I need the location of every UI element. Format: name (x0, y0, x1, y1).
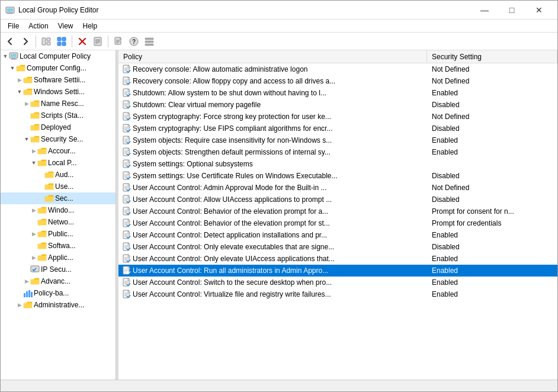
policy-row-5[interactable]: System cryptography: Force strong key pr… (118, 111, 557, 123)
properties-button[interactable] (91, 34, 105, 49)
policy-row-2[interactable]: Recovery console: Allow floppy copy and … (118, 75, 557, 87)
close-button[interactable]: ✕ (525, 1, 553, 20)
tree-node-ip-security[interactable]: ▶ IP Secu... (1, 264, 116, 275)
policy-column-header[interactable]: Policy (118, 50, 427, 63)
policy-row-3[interactable]: Shutdown: Allow system to be shut down w… (118, 87, 557, 99)
policy-row-19[interactable]: User Account Control: Switch to the secu… (118, 277, 557, 288)
policy-row-9[interactable]: System settings: Optional subsystems (118, 158, 557, 170)
tree-node-account-policies[interactable]: ▶ Accour... (1, 145, 116, 157)
policy-row-17[interactable]: User Account Control: Only elevate UIAcc… (118, 253, 557, 265)
tree-toggle[interactable]: ▶ (30, 254, 37, 261)
policy-row-16[interactable]: User Account Control: Only elevate execu… (118, 241, 557, 253)
view-settings-button[interactable] (142, 34, 156, 49)
policy-row-8[interactable]: System objects: Strengthen default permi… (118, 146, 557, 158)
policy-row-7[interactable]: System objects: Require case insensitivi… (118, 134, 557, 146)
policy-row-14[interactable]: User Account Control: Behavior of the el… (118, 217, 557, 229)
open-extension-button[interactable] (54, 34, 69, 49)
policy-row-18-selected[interactable]: User Account Control: Run all administra… (118, 265, 557, 277)
maximize-button[interactable]: □ (498, 1, 525, 20)
setting-text: Prompt for consent for n... (427, 207, 557, 216)
policy-text: System settings: Optional subsystems (133, 160, 427, 168)
tree-toggle[interactable]: ▶ (16, 76, 23, 83)
delete-button[interactable] (75, 34, 89, 49)
policy-text: Shutdown: Clear virtual memory pagefile (133, 101, 427, 109)
policy-icon (121, 265, 133, 277)
tree-node-windows-firewall[interactable]: ▶ Windo... (1, 204, 116, 216)
tree-toggle[interactable]: ▶ (23, 100, 30, 107)
tree-node-local-computer-policy[interactable]: ▼ Local Computer Policy (1, 50, 116, 62)
folder-icon (44, 170, 54, 179)
folder-icon (37, 146, 47, 156)
menu-view[interactable]: View (53, 21, 78, 31)
policy-text: System objects: Strengthen default permi… (133, 148, 427, 156)
back-button[interactable] (3, 34, 17, 49)
security-setting-column-header[interactable]: Security Setting (427, 50, 557, 63)
tree-toggle[interactable]: ▶ (23, 278, 30, 285)
tree-node-scripts[interactable]: ▶ Scripts (Sta... (1, 110, 116, 121)
show-hide-tree-button[interactable] (39, 34, 53, 49)
menu-action[interactable]: Action (24, 21, 53, 31)
tree-label: Computer Config... (27, 64, 86, 72)
tree-node-software-settings[interactable]: ▶ Software Settii... (1, 74, 116, 86)
tree-toggle: ▶ (37, 195, 44, 202)
tree-label: Name Resc... (41, 99, 84, 108)
minimize-button[interactable]: — (471, 1, 498, 20)
tree-node-audit-policy[interactable]: ▶ Aud... (1, 169, 116, 181)
tree-node-application-control[interactable]: ▶ Applic... (1, 252, 116, 264)
policy-row-20[interactable]: User Account Control: Virtualize file an… (118, 288, 557, 300)
tree-node-advanced-audit[interactable]: ▶ Advanc... (1, 275, 116, 287)
tree-node-local-policies[interactable]: ▼ Local P... (1, 157, 116, 169)
tree-label: Softwa... (48, 242, 76, 250)
tree-toggle[interactable]: ▶ (16, 301, 23, 309)
policy-row-15[interactable]: User Account Control: Detect application… (118, 229, 557, 241)
tree-node-software-restriction[interactable]: ▶ Softwa... (1, 240, 116, 252)
tree-toggle[interactable]: ▶ (30, 207, 37, 214)
tree-node-public-key[interactable]: ▶ Public... (1, 228, 116, 240)
policy-row-6[interactable]: System cryptography: Use FIPS compliant … (118, 123, 557, 134)
help-button[interactable]: ? (127, 34, 141, 49)
tree-node-security-settings[interactable]: ▼ Security Se... (1, 133, 116, 145)
policy-row-1[interactable]: Recovery console: Allow automatic admini… (118, 63, 557, 75)
tree-node-security-options[interactable]: ▶ Sec... (1, 192, 116, 204)
setting-text: Enabled (427, 136, 557, 144)
tree-scroll[interactable]: ▼ Local Computer Policy ▼ (1, 50, 116, 380)
setting-text: Enabled (427, 266, 557, 275)
tree-node-windows-settings[interactable]: ▼ Windows Setti... (1, 86, 116, 98)
tree-node-deployed[interactable]: ▶ Deployed (1, 121, 116, 133)
tree-toggle: ▶ (23, 112, 30, 119)
tree-node-name-resolution[interactable]: ▶ Name Resc... (1, 98, 116, 110)
tree-toggle[interactable]: ▼ (2, 53, 9, 60)
folder-icon (37, 217, 47, 227)
tree-toggle[interactable]: ▶ (30, 147, 37, 155)
forward-button[interactable] (18, 34, 33, 49)
policy-row-13[interactable]: User Account Control: Behavior of the el… (118, 205, 557, 217)
tree-label: Deployed (41, 123, 71, 131)
tree-toggle[interactable]: ▶ (30, 230, 37, 237)
tree-node-policy-based-qos[interactable]: ▶ Policy-ba... (1, 287, 116, 299)
policy-list[interactable]: Recovery console: Allow automatic admini… (118, 63, 557, 380)
policy-row-12[interactable]: User Account Control: Allow UIAccess app… (118, 194, 557, 205)
tree-toggle[interactable]: ▼ (16, 88, 23, 95)
policy-icon (121, 253, 133, 265)
tree-node-network-list[interactable]: ▶ Netwo... (1, 216, 116, 228)
menu-help[interactable]: Help (78, 21, 102, 31)
tree-node-administrative-templates[interactable]: ▶ Administrative... (1, 299, 116, 311)
tree-toggle[interactable]: ▼ (9, 65, 16, 72)
column-headers: Policy Security Setting (118, 50, 557, 63)
export-list-button[interactable] (111, 34, 126, 49)
policy-icon (121, 99, 133, 111)
svg-text:?: ? (132, 38, 136, 45)
tree-node-computer-config[interactable]: ▼ Computer Config... (1, 62, 116, 74)
policy-row-10[interactable]: System settings: Use Certificate Rules o… (118, 170, 557, 182)
policy-icon (121, 241, 133, 253)
tree-toggle[interactable]: ▼ (30, 159, 37, 166)
menu-file[interactable]: File (3, 21, 24, 31)
tree-toggle[interactable]: ▼ (23, 136, 30, 143)
tree-label: Public... (48, 230, 73, 238)
title-bar: Local Group Policy Editor — □ ✕ (1, 1, 557, 20)
policy-row-11[interactable]: User Account Control: Admin Approval Mod… (118, 182, 557, 194)
policy-row-4[interactable]: Shutdown: Clear virtual memory pagefile … (118, 99, 557, 111)
setting-text: Disabled (427, 101, 557, 109)
svg-rect-25 (145, 41, 153, 43)
tree-node-user-rights[interactable]: ▶ Use... (1, 181, 116, 192)
